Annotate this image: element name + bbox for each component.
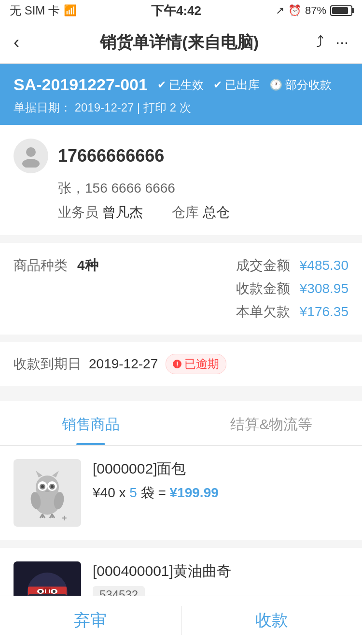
tab-sales-products[interactable]: 销售商品 bbox=[0, 401, 181, 445]
receipt-row: 收款金额 ¥308.95 bbox=[236, 280, 348, 298]
tab-settlement[interactable]: 结算&物流等 bbox=[181, 401, 362, 445]
tab-underline bbox=[76, 443, 105, 445]
debt-label: 本单欠款 bbox=[236, 303, 290, 321]
due-section: 收款到期日 2019-12-27 ! 已逾期 bbox=[0, 342, 362, 386]
person-icon bbox=[19, 144, 42, 168]
overdue-icon: ! bbox=[173, 360, 181, 368]
financial-section: 商品种类 4种 成交金额 ¥485.30 收款金额 ¥308.95 本单欠款 ¥… bbox=[0, 243, 362, 335]
product-item-1: + [0000002]面包 ¥40 x 5 袋 = ¥199.99 bbox=[0, 446, 362, 540]
product-unit-1: 袋 bbox=[141, 485, 154, 500]
clock-icon: 🕐 bbox=[269, 79, 282, 91]
deal-row: 成交金额 ¥485.30 bbox=[236, 256, 348, 275]
tab-label-1: 销售商品 bbox=[62, 416, 120, 432]
alarm-icon: ⏰ bbox=[288, 4, 301, 17]
warehouse-label: 仓库 bbox=[172, 203, 199, 222]
overdue-badge: ! 已逾期 bbox=[166, 354, 226, 374]
product-qty-1: 5 bbox=[129, 485, 137, 500]
status-tag-1: ✔ 已生效 bbox=[157, 77, 204, 93]
deal-label: 成交金额 bbox=[236, 256, 290, 275]
location-icon: ↗ bbox=[276, 4, 284, 17]
deal-amount: ¥485.30 bbox=[300, 258, 348, 273]
date-label: 单据日期： bbox=[14, 101, 71, 114]
customer-top: 17666666666 bbox=[14, 139, 348, 173]
collect-button[interactable]: 收款 bbox=[181, 596, 362, 644]
status-left: 无 SIM 卡 📶 bbox=[10, 3, 77, 18]
types-label: 商品种类 bbox=[14, 256, 68, 275]
avatar bbox=[14, 139, 48, 173]
print-info: | 打印 2 次 bbox=[137, 101, 191, 114]
product-img-1: + bbox=[14, 459, 81, 527]
bottom-bar: 弃审 收款 bbox=[0, 596, 362, 644]
date-value: 2019-12-27 bbox=[75, 101, 134, 114]
svg-point-9 bbox=[41, 485, 44, 488]
status-label-1: 已生效 bbox=[169, 77, 204, 93]
financial-right: 成交金额 ¥485.30 收款金额 ¥308.95 本单欠款 ¥176.35 bbox=[236, 256, 348, 321]
status-tag-2: ✔ 已出库 bbox=[213, 77, 260, 93]
svg-point-31 bbox=[39, 590, 42, 593]
overdue-text: 已逾期 bbox=[184, 356, 219, 372]
svg-point-32 bbox=[53, 590, 56, 593]
debt-row: 本单欠款 ¥176.35 bbox=[236, 303, 348, 321]
svg-text:+: + bbox=[62, 513, 67, 522]
warehouse-value: 总仓 bbox=[203, 203, 230, 222]
tabs-section: 销售商品 结算&物流等 bbox=[0, 401, 362, 446]
nav-actions: ⤴ ··· bbox=[316, 33, 348, 51]
tabs-row: 销售商品 结算&物流等 bbox=[0, 401, 362, 445]
check-icon-1: ✔ bbox=[157, 79, 166, 91]
status-label-2: 已出库 bbox=[225, 77, 260, 93]
back-button[interactable]: ‹ bbox=[14, 32, 42, 53]
sales-value: 曾凡杰 bbox=[102, 203, 143, 222]
sales-label: 业务员 bbox=[58, 203, 98, 222]
owl-icon: + bbox=[18, 464, 76, 522]
customer-name-phone: 张，156 6666 6666 bbox=[58, 179, 348, 197]
due-date: 2019-12-27 bbox=[89, 356, 158, 372]
wifi-icon: 📶 bbox=[64, 4, 77, 17]
customer-section: 17666666666 张，156 6666 6666 业务员 曾凡杰 仓库 总… bbox=[0, 125, 362, 235]
customer-meta: 业务员 曾凡杰 仓库 总仓 bbox=[58, 203, 348, 222]
product-types: 商品种类 4种 bbox=[14, 256, 98, 275]
receipt-amount: ¥308.95 bbox=[300, 281, 348, 296]
product-price-row-1: ¥40 x 5 袋 = ¥199.99 bbox=[93, 484, 348, 502]
receipt-label: 收款金额 bbox=[236, 280, 290, 298]
share-button[interactable]: ⤴ bbox=[316, 33, 324, 51]
status-right: ↗ ⏰ 87% bbox=[276, 4, 352, 17]
sales-item: 业务员 曾凡杰 bbox=[58, 203, 143, 222]
order-header: SA-20191227-001 ✔ 已生效 ✔ 已出库 🕐 部分收款 单据日期：… bbox=[0, 64, 362, 125]
abandon-button[interactable]: 弃审 bbox=[0, 596, 181, 644]
order-id-row: SA-20191227-001 ✔ 已生效 ✔ 已出库 🕐 部分收款 bbox=[14, 75, 348, 94]
nav-bar: ‹ 销货单详情(来自电脑) ⤴ ··· bbox=[0, 21, 362, 64]
product-name-2: [000400001]黄油曲奇 bbox=[93, 561, 348, 581]
check-icon-2: ✔ bbox=[213, 79, 222, 91]
due-label: 收款到期日 bbox=[14, 355, 81, 373]
status-tag-3: 🕐 部分收款 bbox=[269, 77, 332, 93]
product-total-1: ¥199.99 bbox=[170, 485, 219, 500]
product-price-1: ¥40 bbox=[93, 485, 115, 500]
status-bar: 无 SIM 卡 📶 下午4:42 ↗ ⏰ 87% bbox=[0, 0, 362, 21]
page-title: 销货单详情(来自电脑) bbox=[100, 31, 259, 54]
customer-account-id: 17666666666 bbox=[58, 146, 164, 166]
svg-point-0 bbox=[26, 147, 36, 157]
svg-rect-26 bbox=[43, 588, 51, 595]
product-info-1: [0000002]面包 ¥40 x 5 袋 = ¥199.99 bbox=[93, 459, 348, 502]
separator bbox=[0, 393, 362, 401]
svg-point-1 bbox=[22, 159, 40, 168]
warehouse-item: 仓库 总仓 bbox=[172, 203, 230, 222]
status-time: 下午4:42 bbox=[151, 2, 201, 19]
main-content: SA-20191227-001 ✔ 已生效 ✔ 已出库 🕐 部分收款 单据日期：… bbox=[0, 64, 362, 644]
battery-label: 87% bbox=[305, 4, 326, 17]
order-date-row: 单据日期： 2019-12-27 | 打印 2 次 bbox=[14, 100, 348, 115]
status-label-3: 部分收款 bbox=[285, 77, 332, 93]
debt-amount: ¥176.35 bbox=[300, 304, 348, 320]
product-name-1: [0000002]面包 bbox=[93, 459, 348, 479]
battery-icon bbox=[330, 5, 352, 16]
financial-top: 商品种类 4种 成交金额 ¥485.30 收款金额 ¥308.95 本单欠款 ¥… bbox=[14, 256, 348, 321]
svg-point-10 bbox=[51, 485, 54, 488]
types-value: 4种 bbox=[77, 256, 98, 275]
carrier-label: 无 SIM 卡 bbox=[10, 3, 60, 18]
tab-label-2: 结算&物流等 bbox=[230, 416, 312, 432]
order-id: SA-20191227-001 bbox=[14, 75, 148, 94]
more-button[interactable]: ··· bbox=[335, 33, 348, 51]
